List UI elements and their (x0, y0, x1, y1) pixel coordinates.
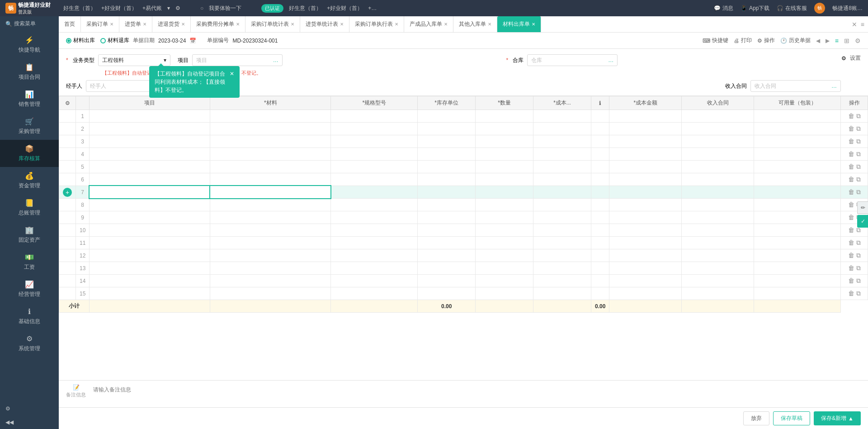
row-unit-cell[interactable] (418, 249, 476, 262)
row-delete-icon[interactable]: 🗑 (848, 290, 854, 297)
row-delete-icon[interactable]: 🗑 (848, 176, 854, 183)
row-copy-icon[interactable]: ⧉ (856, 264, 861, 272)
row-material-cell[interactable] (210, 275, 331, 287)
user-avatar[interactable]: 畅 (814, 3, 825, 14)
row-unit-cell[interactable] (418, 173, 476, 186)
row-material-cell[interactable] (210, 237, 331, 249)
tab-stock-return[interactable]: 进退货货 ✕ (152, 16, 191, 33)
row-available-cell[interactable] (754, 135, 841, 148)
row-income-cell[interactable] (682, 186, 754, 199)
tab-material-out[interactable]: 材料出库单 ✕ (497, 16, 541, 33)
row-unit-cell[interactable] (418, 148, 476, 161)
row-cost-amount-cell[interactable] (609, 110, 682, 123)
row-available-cell[interactable] (754, 249, 841, 262)
tab-stock-in[interactable]: 进货单 ✕ (119, 16, 152, 33)
rf-green-btn[interactable]: ✓ (857, 215, 868, 228)
row-income-cell[interactable] (682, 123, 754, 135)
warehouse-more-icon[interactable]: … (608, 57, 613, 63)
row-material-cell[interactable] (210, 287, 331, 300)
row-unit-cell[interactable] (418, 161, 476, 173)
row-material-cell[interactable] (210, 199, 331, 211)
tab-purchase-exec-close[interactable]: ✕ (395, 22, 398, 27)
row-project-input[interactable] (90, 186, 210, 198)
income-more-icon[interactable]: … (831, 83, 837, 89)
row-spec-cell[interactable] (331, 148, 418, 161)
row-quantity-cell[interactable] (476, 262, 533, 275)
row-copy-icon[interactable]: ⧉ (856, 138, 861, 145)
message-btn[interactable]: 💬 消息 (714, 5, 733, 12)
row-project-cell[interactable] (90, 161, 210, 173)
row-project-cell[interactable] (90, 237, 210, 249)
row-project-cell[interactable] (90, 186, 210, 199)
nav-good-finance[interactable]: +好业财（首） (101, 5, 137, 12)
row-quantity-cell[interactable] (476, 173, 533, 186)
card-view-btn[interactable]: ⊞ (844, 37, 849, 44)
sidebar-item-system[interactable]: ⚙ 系统管理 (0, 330, 59, 357)
row-cost-cell[interactable] (533, 135, 591, 148)
rf-edit-btn[interactable]: ✏ (857, 201, 868, 214)
settings-view-btn[interactable]: ⚙ (855, 37, 861, 44)
tab-product-in[interactable]: 产成品入库单 ✕ (404, 16, 453, 33)
save-draft-btn[interactable]: 保存草稿 (773, 411, 810, 425)
row-cost-cell[interactable] (533, 287, 591, 300)
row-available-cell[interactable] (754, 211, 841, 224)
row-material-cell[interactable] (210, 173, 331, 186)
tab-purchase-order[interactable]: 采购订单 ✕ (81, 16, 119, 33)
row-quantity-cell[interactable] (476, 161, 533, 173)
row-spec-cell[interactable] (331, 110, 418, 123)
tab-other-in-close[interactable]: ✕ (488, 22, 491, 27)
nav-next-btn[interactable]: ▶ (826, 38, 830, 44)
nav-trial[interactable]: 我要体验一下 (209, 5, 241, 12)
tab-stock-stat-close[interactable]: ✕ (340, 22, 344, 27)
add-row-btn[interactable]: + (63, 188, 72, 197)
row-copy-icon[interactable]: ⧉ (856, 125, 861, 133)
tab-stock-in-close[interactable]: ✕ (143, 22, 146, 27)
row-spec-cell[interactable] (331, 173, 418, 186)
project-select[interactable]: 项目 … (192, 54, 283, 66)
row-cost-cell[interactable] (533, 199, 591, 211)
warehouse-select[interactable]: 仓库 … (527, 54, 618, 66)
row-copy-icon[interactable]: ⧉ (856, 176, 861, 183)
tab-material-out-close[interactable]: ✕ (532, 22, 535, 27)
row-cost-cell[interactable] (533, 262, 591, 275)
row-cost-amount-cell[interactable] (609, 199, 682, 211)
app-download-btn[interactable]: 📱 App下载 (741, 5, 769, 12)
col-project[interactable]: 项目 (90, 96, 210, 110)
row-material-cell[interactable] (210, 249, 331, 262)
date-value[interactable]: 2023-03-24 (158, 38, 186, 44)
row-project-cell[interactable] (90, 123, 210, 135)
tab-purchase-stat[interactable]: 采购订单统计表 ✕ (245, 16, 300, 33)
row-available-cell[interactable] (754, 199, 841, 211)
row-cost-amount-cell[interactable] (609, 287, 682, 300)
project-more-icon[interactable]: … (273, 57, 278, 63)
row-cost-cell[interactable] (533, 161, 591, 173)
row-cost-amount-cell[interactable] (609, 173, 682, 186)
row-quantity-cell[interactable] (476, 287, 533, 300)
row-income-cell[interactable] (682, 161, 754, 173)
nav-easy-account[interactable]: +易代账 (142, 5, 162, 12)
row-spec-cell[interactable] (331, 262, 418, 275)
row-available-cell[interactable] (754, 287, 841, 300)
row-cost-cell[interactable] (533, 148, 591, 161)
tab-purchase-exec[interactable]: 采购订单执行表 ✕ (349, 16, 404, 33)
history-btn[interactable]: 🕐 历史单据 (780, 37, 811, 44)
row-cost-amount-cell[interactable] (609, 161, 682, 173)
calendar-icon[interactable]: 📅 (189, 38, 196, 44)
col-cost[interactable]: *成本... (533, 96, 591, 110)
col-cost-amount[interactable]: *成本金额 (609, 96, 682, 110)
nav-good-finance2[interactable]: +好业财（首） (327, 5, 363, 12)
row-delete-icon[interactable]: 🗑 (848, 214, 854, 221)
row-quantity-cell[interactable] (476, 110, 533, 123)
row-quantity-cell[interactable] (476, 275, 533, 287)
row-available-cell[interactable] (754, 275, 841, 287)
row-delete-icon[interactable]: 🗑 (848, 277, 854, 285)
row-project-cell[interactable] (90, 199, 210, 211)
row-delete-icon[interactable]: 🗑 (848, 201, 854, 209)
row-available-cell[interactable] (754, 262, 841, 275)
row-cost-amount-cell[interactable] (609, 275, 682, 287)
search-menu[interactable]: 🔍 搜索菜单 (0, 16, 59, 31)
tab-stock-stat[interactable]: 进货单统计表 ✕ (300, 16, 349, 33)
row-cost-amount-cell[interactable] (609, 211, 682, 224)
row-unit-cell[interactable] (418, 186, 476, 199)
row-cost-cell[interactable] (533, 173, 591, 186)
